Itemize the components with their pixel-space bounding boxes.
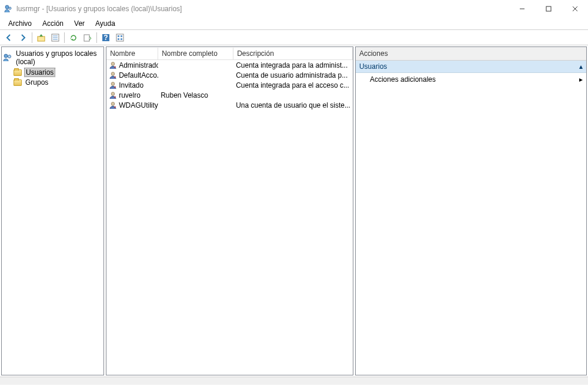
close-button[interactable] <box>562 0 588 18</box>
actions-section[interactable]: Usuarios ▴ <box>356 61 586 73</box>
folder-icon <box>14 69 22 76</box>
list-row[interactable]: DefaultAcco...Cuenta de usuario administ… <box>106 70 353 80</box>
menu-help[interactable]: Ayuda <box>91 18 120 29</box>
actions-additional-label: Acciones adicionales <box>370 75 436 84</box>
statusbar <box>0 377 588 385</box>
refresh-button[interactable] <box>67 31 80 44</box>
svg-point-21 <box>111 62 115 65</box>
svg-rect-15 <box>118 35 119 37</box>
tree-root-label: Usuarios y grupos locales (local) <box>15 49 102 66</box>
chevron-right-icon: ▸ <box>579 75 583 84</box>
user-name: Invitado <box>119 81 143 89</box>
svg-rect-14 <box>116 34 123 41</box>
view-button[interactable] <box>113 31 126 44</box>
col-header-fullname[interactable]: Nombre completo <box>158 48 233 59</box>
folder-icon <box>14 79 22 86</box>
svg-point-0 <box>5 5 9 9</box>
svg-text:?: ? <box>103 34 108 42</box>
list-body: AdministradorCuenta integrada para la ad… <box>106 60 353 375</box>
actions-pane: Acciones Usuarios ▴ Acciones adicionales… <box>355 46 587 375</box>
svg-rect-17 <box>118 38 119 40</box>
tree-item-users[interactable]: Usuarios <box>3 67 102 78</box>
col-header-name[interactable]: Nombre <box>106 48 158 59</box>
user-description: Cuenta integrada para la administ... <box>233 61 353 69</box>
list-pane: Nombre Nombre completo Descripción Admin… <box>106 46 353 375</box>
actions-section-label: Usuarios <box>359 62 387 71</box>
content-area: Usuarios y grupos locales (local) Usuari… <box>0 45 588 377</box>
svg-point-25 <box>111 102 115 105</box>
svg-rect-11 <box>84 35 89 41</box>
svg-rect-3 <box>546 6 551 11</box>
svg-point-23 <box>111 82 115 85</box>
user-description: Cuenta integrada para el acceso c... <box>233 81 353 89</box>
tree-item-groups[interactable]: Grupos <box>3 78 102 87</box>
actions-header: Acciones <box>356 47 586 61</box>
svg-point-20 <box>8 55 11 58</box>
tree-root[interactable]: Usuarios y grupos locales (local) <box>3 48 102 67</box>
user-name: WDAGUtility... <box>119 101 158 109</box>
menu-action[interactable]: Acción <box>38 18 68 29</box>
list-header: Nombre Nombre completo Descripción <box>106 47 353 60</box>
user-icon <box>109 61 117 69</box>
list-row[interactable]: ruvelroRuben Velasco <box>106 90 353 100</box>
user-icon <box>109 71 117 79</box>
svg-point-1 <box>9 7 11 9</box>
maximize-button[interactable] <box>535 0 562 18</box>
collapse-icon: ▴ <box>579 62 583 71</box>
menubar: Archivo Acción Ver Ayuda <box>0 18 588 29</box>
user-icon <box>109 91 117 99</box>
svg-point-22 <box>111 72 115 75</box>
properties-button[interactable] <box>49 31 62 44</box>
help-button[interactable]: ? <box>99 31 112 44</box>
user-name: Administrador <box>119 61 158 69</box>
svg-point-24 <box>111 92 115 95</box>
col-header-description[interactable]: Descripción <box>233 48 353 59</box>
user-description: Cuenta de usuario administrada p... <box>233 71 353 79</box>
forward-button[interactable] <box>16 31 29 44</box>
back-button[interactable] <box>2 31 15 44</box>
user-description: Una cuenta de usuario que el siste... <box>233 101 353 109</box>
actions-additional[interactable]: Acciones adicionales ▸ <box>356 73 586 86</box>
list-row[interactable]: AdministradorCuenta integrada para la ad… <box>106 60 353 70</box>
svg-point-19 <box>4 54 8 58</box>
list-row[interactable]: WDAGUtility...Una cuenta de usuario que … <box>106 100 353 110</box>
user-icon <box>109 81 117 89</box>
toolbar: ? <box>0 30 588 45</box>
minimize-button[interactable] <box>509 0 535 18</box>
window-title: lusrmgr - [Usuarios y grupos locales (lo… <box>16 5 509 13</box>
user-fullname: Ruben Velasco <box>158 91 233 99</box>
export-button[interactable] <box>81 31 94 44</box>
svg-rect-16 <box>121 35 122 37</box>
up-button[interactable] <box>35 31 48 44</box>
user-name: DefaultAcco... <box>119 71 158 79</box>
tree-users-label: Usuarios <box>24 68 55 77</box>
svg-rect-18 <box>121 38 122 40</box>
svg-rect-6 <box>38 36 45 41</box>
tree-groups-label: Grupos <box>24 78 49 86</box>
window-controls <box>509 0 588 18</box>
titlebar: lusrmgr - [Usuarios y grupos locales (lo… <box>0 0 588 18</box>
list-row[interactable]: InvitadoCuenta integrada para el acceso … <box>106 80 353 90</box>
menu-file[interactable]: Archivo <box>4 18 36 29</box>
user-icon <box>109 101 117 109</box>
user-name: ruvelro <box>119 91 141 99</box>
users-groups-icon <box>3 53 12 62</box>
menu-view[interactable]: Ver <box>69 18 89 29</box>
app-icon <box>4 4 13 14</box>
tree-pane: Usuarios y grupos locales (local) Usuari… <box>1 46 104 375</box>
